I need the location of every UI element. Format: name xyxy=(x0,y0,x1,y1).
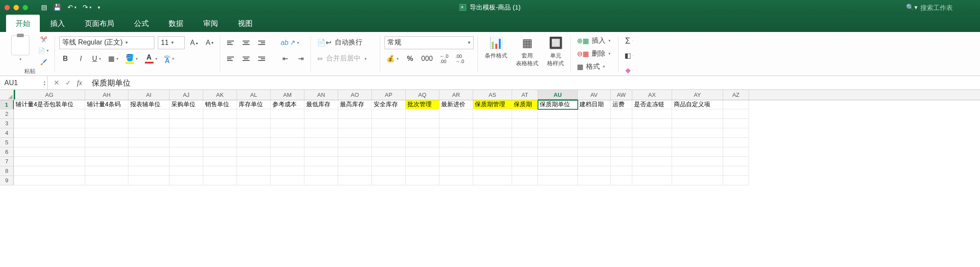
cell[interactable] xyxy=(304,138,338,147)
namebox-stepper-icon[interactable]: ▴▾ xyxy=(44,80,45,86)
cell[interactable] xyxy=(170,128,203,138)
cell[interactable] xyxy=(512,157,538,166)
header-cell[interactable]: 保质期管理 xyxy=(473,100,512,109)
cell[interactable] xyxy=(304,128,338,138)
cell[interactable] xyxy=(723,119,749,128)
cell[interactable] xyxy=(14,138,85,147)
tab-view[interactable]: 视图 xyxy=(228,15,262,32)
cell[interactable] xyxy=(538,138,578,147)
delete-cells-button[interactable]: ⊖▦删除▾ xyxy=(575,48,614,60)
cell[interactable] xyxy=(203,128,237,138)
cell[interactable] xyxy=(372,119,406,128)
cell[interactable] xyxy=(372,138,406,147)
column-header-AG[interactable]: AG xyxy=(14,90,85,100)
format-cells-button[interactable]: ▦格式▾ xyxy=(575,60,614,73)
cell[interactable] xyxy=(85,147,128,157)
cell[interactable] xyxy=(304,176,338,185)
tab-insert[interactable]: 插入 xyxy=(41,15,74,32)
formula-input[interactable]: 保质期单位 xyxy=(88,78,980,88)
wrap-text-button[interactable]: 📄↩ 自动换行 xyxy=(315,37,367,49)
cell[interactable] xyxy=(632,138,672,147)
clear-button[interactable]: ◆· xyxy=(623,64,636,76)
cell[interactable] xyxy=(338,147,372,157)
column-header-AS[interactable]: AS xyxy=(473,90,512,100)
cell[interactable] xyxy=(611,119,632,128)
cell[interactable] xyxy=(170,166,203,176)
cell[interactable] xyxy=(237,109,271,119)
column-header-AI[interactable]: AI xyxy=(128,90,170,100)
align-right-button[interactable] xyxy=(256,53,268,65)
cell[interactable] xyxy=(170,147,203,157)
column-header-AM[interactable]: AM xyxy=(271,90,304,100)
cell[interactable] xyxy=(128,147,170,157)
cell[interactable] xyxy=(473,119,512,128)
cell[interactable] xyxy=(723,176,749,185)
tab-data[interactable]: 数据 xyxy=(159,15,193,32)
cell[interactable] xyxy=(128,166,170,176)
increase-indent-button[interactable]: ⇥ xyxy=(295,53,307,65)
cell[interactable] xyxy=(170,109,203,119)
cell[interactable] xyxy=(14,128,85,138)
cell[interactable] xyxy=(632,147,672,157)
cell[interactable] xyxy=(372,147,406,157)
format-painter-button[interactable]: 🖌️ xyxy=(36,57,51,67)
paste-button[interactable]: ▾ xyxy=(9,35,32,62)
cell[interactable] xyxy=(723,138,749,147)
tab-formulas[interactable]: 公式 xyxy=(125,15,158,32)
cell[interactable] xyxy=(723,166,749,176)
cell[interactable] xyxy=(611,138,632,147)
header-cell[interactable]: 辅计量4是否包装单位 xyxy=(14,100,85,109)
cell[interactable] xyxy=(128,176,170,185)
row-header[interactable]: 9 xyxy=(0,176,14,185)
tab-page-layout[interactable]: 页面布局 xyxy=(75,15,124,32)
enter-formula-button[interactable]: ✓ xyxy=(65,79,71,87)
column-header-AJ[interactable]: AJ xyxy=(170,90,203,100)
cell[interactable] xyxy=(372,128,406,138)
fullscreen-window-button[interactable] xyxy=(22,5,28,10)
cell[interactable] xyxy=(611,176,632,185)
cell[interactable] xyxy=(372,166,406,176)
cell[interactable] xyxy=(512,176,538,185)
cell[interactable] xyxy=(632,109,672,119)
cell[interactable] xyxy=(538,128,578,138)
cell[interactable] xyxy=(372,109,406,119)
cell[interactable] xyxy=(338,109,372,119)
cell[interactable] xyxy=(439,128,473,138)
cell[interactable] xyxy=(237,166,271,176)
cell[interactable] xyxy=(473,109,512,119)
cell[interactable] xyxy=(611,157,632,166)
cell[interactable] xyxy=(304,157,338,166)
cell[interactable] xyxy=(578,128,611,138)
cell[interactable] xyxy=(14,119,85,128)
insert-cells-button[interactable]: ⊕▦插入▾ xyxy=(575,35,614,47)
cell[interactable] xyxy=(406,138,439,147)
cell[interactable] xyxy=(338,157,372,166)
decrease-decimal-button[interactable]: .00→.0 xyxy=(454,53,466,65)
column-header-AQ[interactable]: AQ xyxy=(406,90,439,100)
cell[interactable] xyxy=(203,166,237,176)
minimize-window-button[interactable] xyxy=(13,5,19,10)
cell[interactable] xyxy=(237,176,271,185)
header-cell[interactable]: 保质期 xyxy=(512,100,538,109)
cell[interactable] xyxy=(473,176,512,185)
header-cell[interactable]: 安全库存 xyxy=(372,100,406,109)
currency-button[interactable]: 💰▾ xyxy=(384,53,400,65)
header-cell[interactable]: 辅计量4条码 xyxy=(85,100,128,109)
cell[interactable] xyxy=(439,147,473,157)
row-header[interactable]: 3 xyxy=(0,119,14,128)
cell[interactable] xyxy=(372,157,406,166)
cell[interactable] xyxy=(14,157,85,166)
fill-button[interactable]: ◧· xyxy=(623,49,636,61)
cell[interactable] xyxy=(237,157,271,166)
cell[interactable] xyxy=(672,166,723,176)
cell[interactable] xyxy=(170,119,203,128)
cell[interactable] xyxy=(271,109,304,119)
cell[interactable] xyxy=(372,176,406,185)
row-header[interactable]: 2 xyxy=(0,109,14,119)
cell[interactable] xyxy=(578,138,611,147)
autosave-icon[interactable]: ▤ xyxy=(41,3,47,11)
comma-style-button[interactable]: 000 xyxy=(420,53,435,65)
cell[interactable] xyxy=(473,166,512,176)
cell[interactable] xyxy=(538,119,578,128)
cell[interactable] xyxy=(406,119,439,128)
